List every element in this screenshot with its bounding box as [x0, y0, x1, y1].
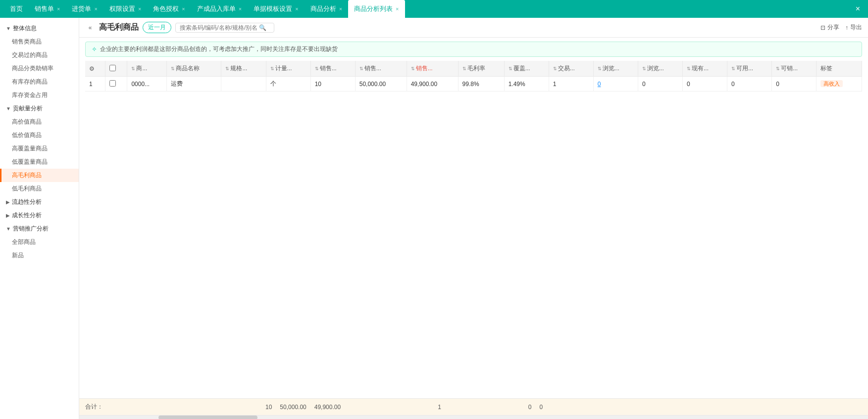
cell-checkbox[interactable]	[105, 77, 127, 92]
cell-sales-count: 10	[310, 77, 355, 92]
time-filter-button[interactable]: 近一月	[143, 22, 171, 33]
nav-product-analysis[interactable]: 商品分析 ×	[305, 0, 348, 18]
close-production-inbound[interactable]: ×	[239, 6, 242, 12]
footer-available: 0	[536, 404, 547, 411]
col-trade[interactable]: ⇅交易...	[549, 61, 593, 77]
content-area: « 高毛利商品 近一月 🔍 ⊡ 分享 ↑ 导出 ✧ 企业的主要的利润都是这部	[79, 18, 868, 419]
nav-sales-order[interactable]: 销售单 ×	[29, 0, 66, 18]
footer-sales-amount: 50,000.00	[276, 404, 310, 411]
cell-name: 运费	[166, 77, 221, 92]
close-role[interactable]: ×	[182, 6, 185, 12]
search-box: 🔍	[175, 23, 274, 33]
table-header-row: ⚙ ⇅商... ⇅商品名称 ⇅规格... ⇅计量... ⇅销售... ⇅销售..…	[85, 61, 862, 77]
sidebar-item-in-stock[interactable]: 有库存的商品	[0, 75, 79, 89]
info-text: 企业的主要的利润都是这部分商品创造的，可考虑加大推广，同时关注库存是不要出现缺货	[100, 45, 338, 53]
sidebar-group-trend[interactable]: ▶ 流趋性分析	[0, 195, 79, 209]
col-sales-profit[interactable]: ⇅销售...	[407, 61, 458, 77]
nav-product-analysis-list[interactable]: 商品分析列表 ×	[348, 0, 405, 18]
footer-values: 10 50,000.00 49,900.00 1 0 0	[113, 404, 862, 411]
export-icon: ↑	[845, 24, 848, 31]
col-settings[interactable]: ⚙	[85, 61, 105, 77]
nav-production-inbound[interactable]: 产成品入库单 ×	[191, 0, 248, 18]
sidebar-item-new-goods[interactable]: 新品	[0, 249, 79, 262]
content-header: « 高毛利商品 近一月 🔍 ⊡ 分享 ↑ 导出	[79, 18, 868, 38]
arrow-down-icon-3: ▼	[6, 226, 11, 232]
select-all-checkbox[interactable]	[109, 65, 116, 71]
sidebar-item-category-rate[interactable]: 商品分类助销率	[0, 62, 79, 75]
sidebar-group-growth[interactable]: ▶ 成长性分析	[0, 209, 79, 222]
top-navigation: 首页 销售单 × 进货单 × 权限设置 × 角色授权 × 产成品入库单 × 单据…	[0, 0, 868, 18]
sidebar-item-all-goods[interactable]: 全部商品	[0, 235, 79, 249]
cell-saleable: 0	[772, 77, 817, 92]
nav-home[interactable]: 首页	[4, 0, 29, 18]
sidebar-item-low-value[interactable]: 低价值商品	[0, 129, 79, 142]
arrow-down-icon-2: ▼	[6, 106, 11, 111]
nav-role[interactable]: 角色授权 ×	[147, 0, 191, 18]
sidebar-item-low-coverage[interactable]: 低覆盖量商品	[0, 155, 79, 169]
col-tag[interactable]: 标签	[817, 61, 862, 77]
table-wrapper[interactable]: ⚙ ⇅商... ⇅商品名称 ⇅规格... ⇅计量... ⇅销售... ⇅销售..…	[79, 61, 868, 398]
cell-view2: 0	[638, 77, 682, 92]
search-input[interactable]	[180, 24, 259, 31]
sidebar-group-marketing[interactable]: ▼ 营销推广分析	[0, 222, 79, 235]
col-saleable[interactable]: ⇅可销...	[772, 61, 817, 77]
close-permission[interactable]: ×	[138, 6, 141, 12]
cell-unit: 个	[266, 77, 310, 92]
cell-code: 0000...	[127, 77, 166, 92]
main-container: ▼ 整体信息 销售类商品 交易过的商品 商品分类助销率 有库存的商品 库存资金占…	[0, 18, 868, 419]
arrow-down-icon: ▼	[6, 26, 11, 31]
cell-gross-margin: 99.8%	[458, 77, 504, 92]
col-spec[interactable]: ⇅规格...	[221, 61, 266, 77]
footer-label: 合计：	[85, 403, 103, 411]
cell-sales-amount: 50,000.00	[355, 77, 407, 92]
row-checkbox[interactable]	[109, 80, 116, 87]
global-close-button[interactable]: ×	[852, 4, 864, 13]
sidebar-item-high-coverage[interactable]: 高覆盖量商品	[0, 142, 79, 155]
export-button[interactable]: ↑ 导出	[845, 23, 862, 32]
close-sales-order[interactable]: ×	[57, 6, 60, 12]
col-available[interactable]: ⇅可用...	[727, 61, 772, 77]
nav-permission[interactable]: 权限设置 ×	[103, 0, 147, 18]
col-coverage[interactable]: ⇅覆盖...	[504, 61, 549, 77]
footer-current: 0	[524, 404, 536, 411]
col-sales-count[interactable]: ⇅销售...	[310, 61, 355, 77]
sidebar-item-high-margin[interactable]: 高毛利商品	[0, 169, 79, 182]
cell-tag: 高收入	[817, 77, 862, 92]
col-view2[interactable]: ⇅浏览...	[638, 61, 682, 77]
table-row: 1 0000... 运费 个 10 50,000.00 49,900.00 99…	[85, 77, 862, 92]
sidebar-group-contribution[interactable]: ▼ 贡献量分析	[0, 102, 79, 115]
share-button[interactable]: ⊡ 分享	[820, 23, 839, 32]
col-current[interactable]: ⇅现有...	[683, 61, 727, 77]
sidebar-group-overall[interactable]: ▼ 整体信息	[0, 22, 79, 35]
search-icon[interactable]: 🔍	[259, 24, 266, 31]
col-checkbox[interactable]	[105, 61, 127, 77]
close-purchase-order[interactable]: ×	[94, 6, 97, 12]
col-unit[interactable]: ⇅计量...	[266, 61, 310, 77]
sidebar-item-low-margin[interactable]: 低毛利商品	[0, 182, 79, 195]
nav-purchase-order[interactable]: 进货单 ×	[66, 0, 103, 18]
col-code[interactable]: ⇅商...	[127, 61, 166, 77]
cell-spec	[221, 77, 266, 92]
footer-sales-count: 10	[261, 404, 276, 411]
cell-current: 0	[683, 77, 727, 92]
sidebar-item-high-value[interactable]: 高价值商品	[0, 115, 79, 129]
sidebar-item-traded-goods[interactable]: 交易过的商品	[0, 48, 79, 62]
col-name[interactable]: ⇅商品名称	[166, 61, 221, 77]
product-table: ⚙ ⇅商... ⇅商品名称 ⇅规格... ⇅计量... ⇅销售... ⇅销售..…	[85, 61, 862, 92]
cell-index: 1	[85, 77, 105, 92]
col-gross-margin[interactable]: ⇅毛利率	[458, 61, 504, 77]
share-icon: ⊡	[820, 24, 825, 31]
info-banner: ✧ 企业的主要的利润都是这部分商品创造的，可考虑加大推广，同时关注库存是不要出现…	[85, 42, 862, 57]
sidebar-item-stock-capital[interactable]: 库存资金占用	[0, 89, 79, 102]
close-template-settings[interactable]: ×	[295, 6, 298, 12]
close-product-analysis-list[interactable]: ×	[396, 6, 399, 12]
horizontal-scrollbar[interactable]	[79, 415, 868, 419]
sidebar-item-sales-goods[interactable]: 销售类商品	[0, 35, 79, 48]
cell-view1[interactable]: 0	[593, 77, 638, 92]
scrollbar-thumb[interactable]	[158, 416, 257, 419]
col-sales-amount[interactable]: ⇅销售...	[355, 61, 407, 77]
collapse-sidebar-button[interactable]: «	[85, 23, 95, 33]
nav-template-settings[interactable]: 单据模板设置 ×	[248, 0, 304, 18]
close-product-analysis[interactable]: ×	[339, 6, 342, 12]
col-view1[interactable]: ⇅浏览...	[593, 61, 638, 77]
